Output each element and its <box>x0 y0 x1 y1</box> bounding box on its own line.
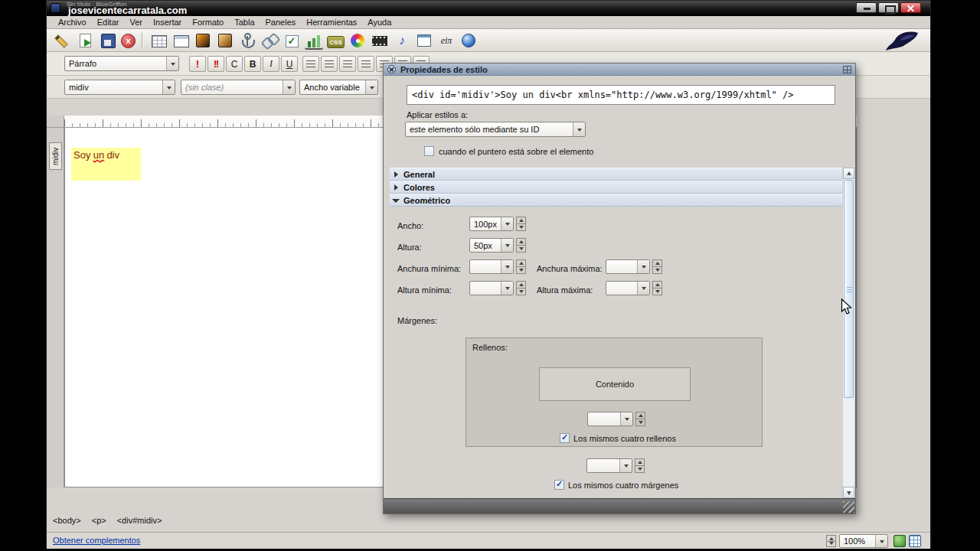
menu-insertar[interactable]: Insertar <box>148 17 187 28</box>
menu-formato[interactable]: Formato <box>187 17 229 28</box>
mathml-icon[interactable]: eiπ <box>437 31 456 50</box>
main-toolbar-icons: x✓CSS♪eiπ <box>54 31 478 50</box>
breadcrumb-div-midiv[interactable]: <div#midiv> <box>117 516 162 525</box>
width-combobox[interactable]: 100px <box>469 217 514 231</box>
stop-icon[interactable]: x <box>121 34 136 48</box>
min-width-label: Anchura mínima: <box>397 264 461 273</box>
min-width-combobox[interactable] <box>469 259 514 274</box>
italic-button[interactable]: I <box>263 56 279 72</box>
max-width-combobox[interactable] <box>606 259 650 274</box>
max-width-spinner[interactable] <box>652 259 662 274</box>
chevron-down-icon <box>166 57 178 70</box>
width-mode-combobox[interactable]: Ancho variable <box>299 80 378 95</box>
max-height-spinner[interactable] <box>652 281 662 295</box>
margin-combobox[interactable] <box>586 458 632 473</box>
gradient-icon[interactable] <box>216 31 234 50</box>
apply-styles-label: Aplicar estilos a: <box>407 110 468 119</box>
width-spinner[interactable] <box>516 217 526 231</box>
addons-link[interactable]: Obtener complementos <box>53 536 140 545</box>
zoom-spinner[interactable] <box>826 535 836 547</box>
height-spinner[interactable] <box>516 238 526 253</box>
video-icon[interactable] <box>371 31 389 50</box>
apply-styles-combobox[interactable]: este elemento sólo mediante su ID <box>405 122 586 137</box>
dual-view-icon[interactable] <box>909 535 921 547</box>
underline-button[interactable]: U <box>281 56 298 72</box>
close-button[interactable] <box>900 2 921 13</box>
menu-editar[interactable]: Editar <box>92 17 125 28</box>
menu-ver[interactable]: Ver <box>124 17 148 28</box>
dialog-scrollbar[interactable] <box>842 168 854 498</box>
audio-icon[interactable]: ♪ <box>393 31 411 50</box>
zoom-combobox[interactable]: 100% <box>839 534 888 548</box>
code-button[interactable]: C <box>226 56 243 72</box>
padding-spinner[interactable] <box>635 412 645 426</box>
web-globe-icon[interactable] <box>459 31 478 50</box>
outdent-button[interactable] <box>339 56 356 72</box>
chevron-down-icon <box>619 459 632 472</box>
bullet-list-button[interactable] <box>302 56 319 72</box>
section-general[interactable]: General <box>390 168 844 181</box>
breadcrumb-p[interactable]: <p> <box>92 516 106 525</box>
minimize-button[interactable] <box>856 2 877 13</box>
scroll-up-icon[interactable] <box>843 168 854 179</box>
window-titlebar[interactable]: Sin título - BlueGriffon josevicentecarr… <box>47 1 930 16</box>
height-combobox[interactable]: 50px <box>469 238 514 253</box>
min-height-spinner[interactable] <box>516 281 526 295</box>
width-label: Ancho: <box>397 221 423 230</box>
strong-button[interactable]: !! <box>207 56 224 72</box>
image-icon[interactable] <box>194 31 212 50</box>
scrollbar-thumb[interactable] <box>844 180 854 398</box>
section-geometrico[interactable]: Geométrico <box>390 194 844 207</box>
anchor-icon[interactable] <box>238 31 256 50</box>
scroll-down-icon[interactable] <box>843 487 854 498</box>
same-paddings-checkbox[interactable] <box>560 433 570 443</box>
padding-combobox[interactable] <box>587 412 633 426</box>
menu-archivo[interactable]: Archivo <box>53 17 92 28</box>
form-icon[interactable]: ✓ <box>283 31 301 50</box>
min-width-spinner[interactable] <box>516 259 526 274</box>
mouse-cursor <box>841 298 854 320</box>
menu-tabla[interactable]: Tabla <box>229 17 260 28</box>
indent-button[interactable] <box>358 56 374 72</box>
hover-state-checkbox[interactable] <box>424 146 434 156</box>
bold-button[interactable]: B <box>244 56 261 72</box>
element-id-combobox[interactable]: midiv <box>64 80 175 95</box>
paragraph-format-combobox[interactable]: Párrafo <box>64 56 179 71</box>
save-icon[interactable] <box>99 31 117 50</box>
element-marker-tab[interactable]: midiv <box>49 142 62 170</box>
max-width-label: Anchura máxima: <box>537 264 603 273</box>
menu-herramientas[interactable]: Herramientas <box>301 17 362 28</box>
element-class-combobox[interactable]: (sin clase) <box>181 80 296 95</box>
compose-pencil-icon[interactable] <box>54 31 73 50</box>
css-properties-icon[interactable]: CSS <box>327 36 345 48</box>
editor-styled-div[interactable]: Soy un div <box>71 148 141 181</box>
color-palette-icon[interactable] <box>348 31 367 50</box>
table-properties-icon[interactable] <box>172 31 190 50</box>
same-margins-checkbox[interactable] <box>554 480 564 490</box>
open-file-icon[interactable] <box>77 31 95 50</box>
max-height-combobox[interactable] <box>606 281 650 295</box>
margin-spinner[interactable] <box>635 458 645 473</box>
app-icon <box>51 3 60 13</box>
chevron-down-icon <box>162 80 175 94</box>
min-height-combobox[interactable] <box>469 281 514 295</box>
bottom-status-bar: Obtener complementos 100% <box>47 532 930 549</box>
dialog-close-icon[interactable] <box>387 65 396 73</box>
chevron-down-icon <box>501 239 513 252</box>
breadcrumb-body[interactable]: <body> <box>53 516 81 525</box>
preview-icon[interactable] <box>893 535 906 547</box>
section-colores[interactable]: Colores <box>390 181 844 194</box>
insert-table-icon[interactable] <box>149 31 168 50</box>
chart-icon[interactable] <box>305 31 323 50</box>
dialog-dock-icon[interactable] <box>843 66 851 73</box>
numbered-list-button[interactable] <box>321 56 338 72</box>
iframe-icon[interactable] <box>415 31 433 50</box>
dialog-titlebar[interactable]: Propiedades de estilo <box>384 64 855 76</box>
chevron-down-icon <box>365 80 377 94</box>
emphasis-button[interactable]: ! <box>189 56 206 72</box>
dialog-resize-bar[interactable] <box>384 498 855 514</box>
menu-ayuda[interactable]: Ayuda <box>362 17 397 28</box>
link-icon[interactable] <box>260 31 279 50</box>
menu-paneles[interactable]: Paneles <box>260 17 302 28</box>
maximize-button[interactable] <box>878 2 899 13</box>
